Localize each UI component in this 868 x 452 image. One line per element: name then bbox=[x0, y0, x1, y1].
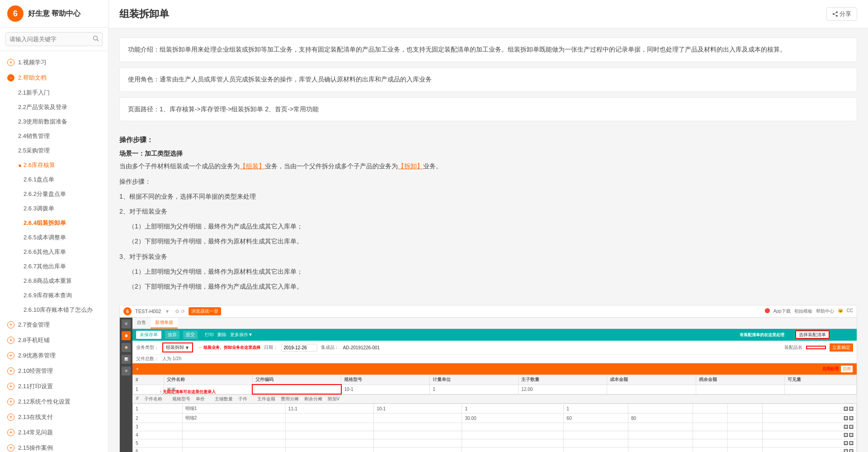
mock-submit-btn[interactable]: 提交 bbox=[183, 331, 198, 339]
mock-confirm-btn[interactable]: 立案确定 bbox=[830, 343, 853, 352]
mock-action-bar: 未保存单 放弃 提交 有装配清单的在这里处理 选择装配清单 打印 删除 更多操作… bbox=[132, 329, 857, 341]
sidebar-item-help-docs[interactable]: − 2.帮助文档 bbox=[0, 70, 108, 86]
mock-th-unit: 计量单位 bbox=[430, 375, 519, 385]
search-input[interactable] bbox=[6, 33, 89, 45]
operations-title: 操作步骤： bbox=[119, 136, 857, 144]
expand-icon: + bbox=[7, 352, 14, 359]
mock-left-sidebar: ☰ 📋 🏠 📊 ⚙ bbox=[120, 318, 132, 452]
mock-form-row: 业务类型： 组装拆卸▼ ← 组装业务、拆卸业务在这里选择 日期： 集成品： AD… bbox=[132, 341, 857, 355]
page-title: 组装拆卸单 bbox=[119, 7, 169, 21]
mock-top-btn[interactable]: 浏览器统一登 bbox=[189, 307, 221, 315]
mock-type-label: 业务类型： bbox=[136, 344, 159, 351]
sidebar-item-video-learning[interactable]: + 1.视频学习 bbox=[0, 55, 108, 70]
mock-search-input[interactable] bbox=[806, 346, 826, 349]
mock-sidebar-icon-2: 📋 bbox=[122, 331, 131, 340]
mock-print-btn[interactable]: 打印 bbox=[205, 332, 214, 338]
sidebar-item-cost-recalc[interactable]: 2.6.8商品成本重算 bbox=[0, 274, 108, 288]
sidebar-item-data-prep[interactable]: 2.3使用前数据准备 bbox=[0, 114, 108, 129]
sidebar-item-finance[interactable]: + 2.7资金管理 bbox=[0, 317, 108, 333]
mock-table2-header: #子件名称规格型号单价主辅数量子件主件金额费用分摊剩余分摊附加V bbox=[132, 395, 857, 404]
sidebar-item-label: 2.15操作案例 bbox=[18, 444, 53, 452]
expand-icon: + bbox=[7, 367, 14, 375]
mock-logo: 6 bbox=[123, 307, 132, 315]
sidebar-item-newbie[interactable]: 2.1新手入门 bbox=[0, 86, 108, 100]
sidebar-item-stocktake[interactable]: 2.6.1盘点单 bbox=[0, 172, 108, 187]
sidebar-item-ledger-query[interactable]: 2.6.9库存账本查询 bbox=[0, 288, 108, 303]
sidebar-item-label: 1.视频学习 bbox=[18, 58, 47, 67]
table-row: 1明细111-110-111🔲 🔲 bbox=[133, 404, 857, 414]
mock-tab-new[interactable]: 新增单据 bbox=[151, 318, 178, 328]
table-row: 5🔲 🔲 bbox=[133, 439, 857, 447]
svg-line-1 bbox=[97, 40, 99, 42]
table-row: 3🔲 🔲 bbox=[133, 423, 857, 431]
path-text: 页面路径：1、库存核算->库存管理->组装拆卸单 2、首页->常用功能 bbox=[128, 105, 319, 113]
mock-save-btn[interactable]: 未保存单 bbox=[136, 331, 161, 339]
sidebar-item-faq[interactable]: + 2.14常见问题 bbox=[0, 425, 108, 440]
sidebar-item-sales[interactable]: 2.4销售管理 bbox=[0, 129, 108, 143]
sidebar-item-online-pay[interactable]: + 2.13在线支付 bbox=[0, 409, 108, 425]
mock-application: 6 TEST-H002 ▼ ⚙ ⟳ 浏览器统一登 🔴App下载初始模板帮助中心🐱… bbox=[120, 305, 857, 452]
mock-icons: ⚙ ⟳ bbox=[175, 309, 185, 314]
sidebar-item-other-out[interactable]: 2.6.7其他出库单 bbox=[0, 259, 108, 274]
expand-icon: + bbox=[7, 59, 14, 66]
mock-more-btn[interactable]: 更多操作▼ bbox=[230, 332, 253, 338]
ann1-text: 有装配清单的在这里处理 bbox=[740, 332, 784, 338]
mock-main-content: 自售 新增单据 未保存单 放弃 提交 有装配清单的在这里处理 选择装配清单 bbox=[132, 318, 857, 452]
sidebar-item-inventory[interactable]: ● 2.6库存核算 bbox=[0, 158, 108, 172]
mock-tab-self[interactable]: 自售 bbox=[132, 318, 151, 328]
scene1-desc: 当由多个子件材料组装成一个成品的业务为【组装】业务，当由一个父件拆分成多个子产品… bbox=[119, 161, 857, 172]
sidebar-item-purchase[interactable]: 2.5采购管理 bbox=[0, 143, 108, 158]
mock-delete-btn[interactable]: 删除 bbox=[217, 332, 226, 338]
sidebar-item-label: 2.14常见问题 bbox=[18, 428, 53, 437]
svg-point-0 bbox=[94, 36, 98, 40]
sidebar-item-other-in[interactable]: 2.6.6其他入库单 bbox=[0, 245, 108, 259]
mock-date-input[interactable] bbox=[281, 344, 317, 352]
mock-orange-label: + bbox=[136, 366, 139, 371]
sidebar: 6 好生意 帮助中心 + 1.视频学习 − 2.帮助文档 2.1新手入门 2.2… bbox=[0, 0, 108, 452]
mock-table1: # 父件名称 父件编码 规格型号 计量单位 主子数量 成本金额 残余金额 可见量 bbox=[132, 375, 857, 395]
mock-th-avail: 可见量 bbox=[784, 375, 856, 385]
intro-text: 功能介绍：组装拆卸单用来处理企业组装或拆卸等加工业务，支持有固定装配清单的产品加… bbox=[128, 46, 786, 53]
mock-th-parent-code: 父件编码 bbox=[252, 375, 341, 385]
mock-sidebar-icon-3: 🏠 bbox=[122, 343, 131, 352]
mock-date-label: 日期： bbox=[264, 344, 278, 351]
search-button[interactable] bbox=[89, 33, 103, 46]
mock-th-parent-name: 父件名称 bbox=[164, 375, 252, 385]
sidebar-item-label: 2.13在线支付 bbox=[18, 413, 53, 421]
sidebar-item-cost-adjust[interactable]: 2.6.5成本调整单 bbox=[0, 230, 108, 245]
mock-topbar: 6 TEST-H002 ▼ ⚙ ⟳ 浏览器统一登 🔴App下载初始模板帮助中心🐱… bbox=[120, 305, 857, 318]
sidebar-item-operations[interactable]: + 2.10经营管理 bbox=[0, 363, 108, 379]
scene1-title: 场景一：加工类型选择 bbox=[119, 150, 857, 158]
mock-table1-wrapper: # 父件名称 父件编码 规格型号 计量单位 主子数量 成本金额 残余金额 可见量 bbox=[132, 375, 857, 395]
sidebar-item-coupon[interactable]: + 2.9优惠券管理 bbox=[0, 348, 108, 363]
sidebar-item-print[interactable]: + 2.11打印设置 bbox=[0, 379, 108, 394]
mock-select-bom-btn[interactable]: 选择装配清单 bbox=[795, 332, 830, 338]
sidebar-nav: + 1.视频学习 − 2.帮助文档 2.1新手入门 2.2产品安装及登录 2.3… bbox=[0, 51, 108, 452]
role-block: 使用角色：通常由生产人员或库管人员完成拆装业务的操作，库管人员确认原材料的出库和… bbox=[119, 67, 857, 92]
sidebar-item-label: 2.12系统个性化设置 bbox=[18, 398, 71, 406]
mock-enable-btn[interactable]: 启用 bbox=[840, 365, 853, 373]
expand-icon: + bbox=[7, 337, 14, 344]
expand-icon: + bbox=[7, 398, 14, 405]
mock-discard-btn[interactable]: 放弃 bbox=[165, 331, 179, 339]
mock-th-cost: 成本金额 bbox=[607, 375, 696, 385]
sidebar-item-transfer[interactable]: 2.6.3调拨单 bbox=[0, 201, 108, 216]
role-text: 使用角色：通常由生产人员或库管人员完成拆装业务的操作，库管人员确认原材料的出库和… bbox=[128, 76, 432, 83]
expand-icon: + bbox=[7, 444, 14, 452]
sidebar-item-label: 2.10经营管理 bbox=[18, 367, 53, 375]
share-button[interactable]: 分享 bbox=[826, 7, 857, 21]
mock-type-value[interactable]: 组装拆卸▼ bbox=[162, 343, 193, 352]
sidebar-item-ledger-error[interactable]: 2.6.10库存账本错了怎么办 bbox=[0, 303, 108, 317]
assemble-keyword: 【组装】 bbox=[240, 162, 265, 170]
sidebar-item-personalize[interactable]: + 2.12系统个性化设置 bbox=[0, 394, 108, 409]
sidebar-item-cases[interactable]: + 2.15操作案例 bbox=[0, 440, 108, 452]
sidebar-item-partial-stocktake[interactable]: 2.6.2分量盘点单 bbox=[0, 187, 108, 201]
mock-sidebar-icon-5: ⚙ bbox=[122, 366, 131, 376]
sidebar-item-install[interactable]: 2.2产品安装及登录 bbox=[0, 100, 108, 114]
sidebar-item-mobile[interactable]: + 2.8手机旺铺 bbox=[0, 333, 108, 348]
sidebar-item-assembly[interactable]: 2.6.4组装拆卸单 bbox=[0, 216, 108, 230]
mock-bottom-section: ↑ 无固定清单可在这里任意录入 #子件名称规格型号单价主辅数量子件主件金额费用分… bbox=[132, 395, 857, 452]
path-block: 页面路径：1、库存核算->库存管理->组装拆卸单 2、首页->常用功能 bbox=[119, 97, 857, 122]
mock-sub-info: 父件总数：人为 1/2h bbox=[132, 355, 857, 363]
app-logo-text: 好生意 帮助中心 bbox=[28, 9, 80, 19]
